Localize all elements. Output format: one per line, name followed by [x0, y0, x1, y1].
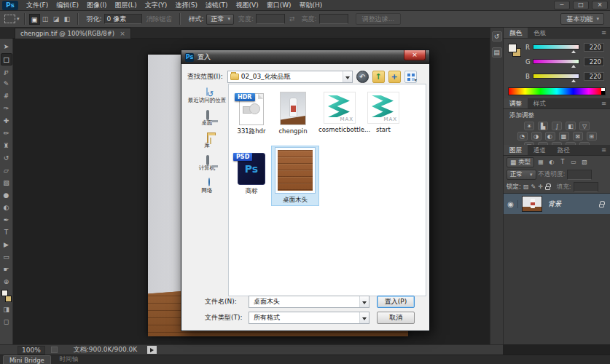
blue-slider-thumb[interactable] [571, 79, 576, 82]
lock-position-icon[interactable]: ✛ [538, 183, 543, 190]
zoom-level-field[interactable]: 100% [17, 346, 45, 355]
panel-menu-icon[interactable] [601, 145, 610, 155]
sidebar-item-recent-places[interactable]: 最近访问的位置 [186, 88, 228, 104]
menu-window[interactable]: 窗口(W) [267, 1, 292, 10]
black-white-icon[interactable]: ◐ [545, 132, 555, 141]
dodge-tool[interactable]: ◐ [1, 202, 12, 214]
selection-mode-intersect-icon[interactable]: ◧ [62, 14, 73, 25]
layer-thumbnail[interactable] [522, 196, 542, 212]
file-item-start[interactable]: MAX start [364, 89, 403, 135]
tab-color[interactable]: 颜色 [504, 28, 528, 38]
mini-bridge-button[interactable]: Mini Bridge [3, 355, 51, 364]
brush-tool[interactable]: ✏ [1, 127, 12, 140]
menu-file[interactable]: 文件(F) [26, 1, 48, 10]
healing-brush-tool[interactable]: ✚ [1, 115, 12, 127]
filter-smart-object-icon[interactable]: ▧ [580, 158, 589, 167]
workspace-switcher[interactable]: 基本功能 ▾ [560, 13, 604, 25]
selection-mode-add-icon[interactable]: ◫ [40, 14, 51, 25]
lasso-tool[interactable]: ℘ [1, 66, 12, 78]
file-item-zhuomianmutou[interactable]: 桌面木头 [271, 146, 319, 206]
eyedropper-tool[interactable]: ✑ [1, 103, 12, 115]
pen-tool[interactable]: ✒ [1, 214, 12, 226]
tool-preset-icon[interactable] [4, 15, 15, 23]
brightness-contrast-icon[interactable]: ☀ [524, 122, 534, 130]
dialog-title-bar[interactable]: Ps 置入 × [181, 50, 429, 64]
panel-menu-icon[interactable] [601, 28, 610, 38]
selection-mode-new-icon[interactable]: ▣ [29, 14, 40, 25]
back-navigation-icon[interactable] [356, 71, 369, 83]
file-item-shangbiao[interactable]: Ps PSD 商标 [232, 149, 271, 197]
tab-close-icon[interactable]: × [120, 30, 125, 37]
layer-name[interactable]: 背景 [548, 199, 561, 209]
look-in-dropdown[interactable]: 02_03_化妆品瓶 [227, 71, 353, 83]
red-slider-thumb[interactable] [571, 50, 576, 53]
new-folder-icon[interactable] [388, 71, 401, 83]
eraser-tool[interactable]: ▱ [1, 165, 12, 177]
red-slider[interactable] [533, 44, 579, 50]
color-balance-icon[interactable]: ◑ [531, 132, 541, 141]
fill-field[interactable] [574, 182, 598, 192]
history-brush-tool[interactable]: ↺ [1, 152, 12, 165]
tab-adjustments[interactable]: 调整 [504, 98, 528, 108]
hand-tool[interactable]: ☛ [1, 264, 12, 276]
file-type-dropdown[interactable]: 所有格式 [249, 312, 369, 324]
filter-shape-layers-icon[interactable]: ▭ [569, 158, 578, 167]
color-spectrum-bar[interactable] [508, 87, 606, 95]
tab-layers[interactable]: 图层 [504, 145, 528, 155]
levels-icon[interactable]: ▙ [538, 122, 548, 130]
panel-menu-icon[interactable] [601, 98, 610, 108]
tab-channels[interactable]: 通道 [528, 145, 552, 155]
chevron-down-icon[interactable] [359, 312, 369, 323]
sidebar-item-desktop[interactable]: 桌面 [186, 111, 228, 127]
dialog-close-button[interactable]: × [404, 50, 426, 60]
selection-mode-subtract-icon[interactable]: ◪ [51, 14, 62, 25]
menu-type[interactable]: 文字(Y) [145, 1, 168, 10]
green-value-field[interactable]: 220 [584, 58, 604, 66]
maximize-button[interactable]: □ [573, 1, 589, 9]
blue-slider[interactable] [533, 74, 579, 79]
chevron-down-icon[interactable] [359, 296, 369, 307]
place-button[interactable]: 置入(P) [377, 296, 415, 308]
menu-image[interactable]: 图像(I) [87, 1, 107, 10]
background-color-swatch[interactable] [5, 296, 12, 302]
blend-mode-dropdown[interactable]: 正常 ▾ [507, 170, 536, 180]
layer-filter-kind-dropdown[interactable]: ▦ 类型 [507, 157, 534, 167]
file-item-cosmeticbottle[interactable]: MAX cosmeticbottle... [318, 89, 361, 135]
quick-mask-icon[interactable]: ◨ [1, 304, 12, 316]
menu-layer[interactable]: 图层(L) [115, 1, 137, 10]
photo-filter-icon[interactable]: ▩ [559, 132, 569, 141]
type-tool[interactable]: T [1, 226, 12, 239]
red-value-field[interactable]: 220 [584, 43, 604, 52]
quick-selection-tool[interactable]: ✎ [1, 78, 12, 90]
view-menu-icon[interactable] [404, 71, 417, 83]
sidebar-item-computer[interactable]: 计算机 [186, 156, 228, 172]
up-one-level-icon[interactable] [372, 71, 385, 83]
color-lookup-icon[interactable]: ⊞ [587, 132, 597, 141]
move-tool[interactable]: ➤ [1, 41, 12, 53]
tab-paths[interactable]: 路径 [552, 145, 576, 155]
lock-pixels-icon[interactable]: ✎ [531, 183, 536, 190]
filter-adjustment-layers-icon[interactable]: ◐ [547, 158, 556, 167]
menu-view[interactable]: 视图(V) [235, 1, 258, 10]
menu-select[interactable]: 选择(S) [175, 1, 198, 10]
menu-filter[interactable]: 滤镜(T) [206, 1, 228, 10]
curves-icon[interactable]: ∫ [552, 122, 562, 130]
lock-all-icon[interactable] [545, 186, 550, 190]
vibrance-icon[interactable]: ▽ [579, 122, 590, 130]
menu-edit[interactable]: 编辑(E) [56, 1, 79, 10]
status-flyout-icon[interactable] [147, 346, 157, 354]
filter-pixel-layers-icon[interactable]: ▦ [536, 158, 545, 167]
tab-styles[interactable]: 样式 [528, 98, 552, 108]
tab-swatches[interactable]: 色板 [528, 28, 552, 38]
blur-tool[interactable]: ● [1, 189, 12, 202]
filter-type-layers-icon[interactable]: T [558, 158, 567, 167]
chevron-down-icon[interactable] [343, 71, 352, 82]
zoom-tool[interactable]: ⊕ [1, 276, 12, 288]
file-item-chengpin[interactable]: chengpin [273, 89, 313, 136]
green-slider-thumb[interactable] [571, 65, 576, 68]
file-item-hdr[interactable]: HDR 331路hdr [232, 89, 271, 138]
exposure-icon[interactable]: ◧ [566, 122, 576, 130]
cancel-button[interactable]: 取消 [377, 312, 415, 324]
hue-saturation-icon[interactable]: ◔ [517, 132, 528, 141]
crop-tool[interactable]: # [1, 90, 12, 103]
